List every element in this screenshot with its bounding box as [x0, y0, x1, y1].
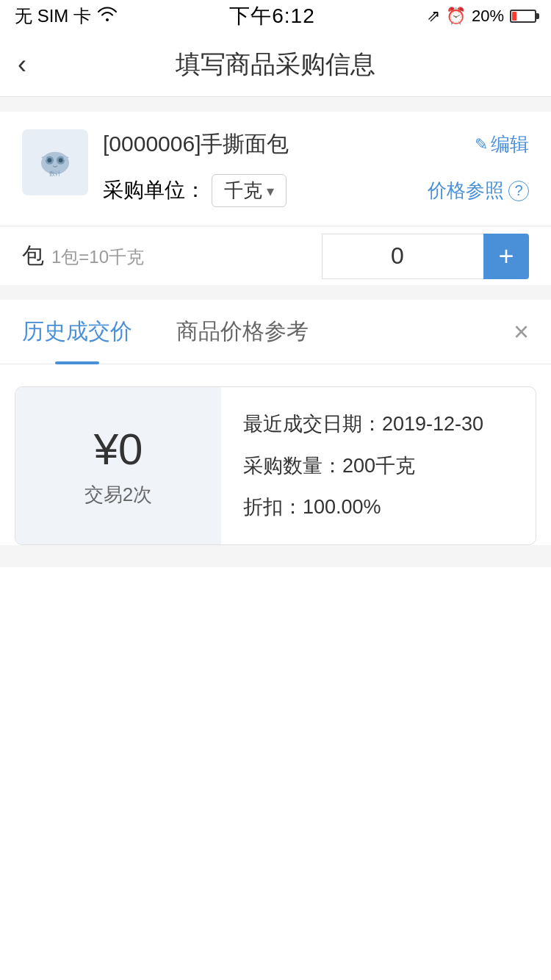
chevron-down-icon: ▾: [267, 182, 274, 200]
recent-date-label: 最近成交日期：: [243, 413, 382, 435]
qty-plus-button[interactable]: +: [483, 234, 529, 279]
battery-percent: 20%: [472, 7, 504, 26]
back-button[interactable]: ‹: [18, 49, 26, 80]
bottom-space: [0, 567, 551, 981]
tabs-nav: 历史成交价 商品价格参考: [22, 300, 309, 364]
svg-point-3: [48, 158, 52, 162]
recent-date-value: 2019-12-30: [382, 413, 483, 435]
price-value: 0: [118, 425, 143, 474]
tab-price-reference[interactable]: 商品价格参考: [176, 300, 309, 364]
edit-label: 编辑: [491, 131, 529, 157]
status-time: 下午6:12: [229, 2, 315, 30]
tab-close-button[interactable]: ×: [514, 319, 529, 345]
help-icon: ?: [508, 181, 529, 201]
discount-value: 100.00%: [303, 496, 381, 518]
history-card-right: 最近成交日期：2019-12-30 采购数量：200千克 折扣：100.00%: [221, 387, 536, 544]
qty-detail-value: 200千克: [342, 455, 415, 477]
product-name: [0000006]手撕面包: [103, 129, 289, 159]
qty-input[interactable]: [322, 234, 483, 279]
product-title-row: [0000006]手撕面包 ✎ 编辑: [103, 129, 529, 159]
tabs-header: 历史成交价 商品价格参考 ×: [0, 300, 551, 364]
unit-label-group: 采购单位： 千克 ▾: [103, 174, 287, 207]
history-price: ¥0: [94, 424, 143, 475]
gps-icon: ⇗: [427, 7, 440, 26]
history-qty-row: 采购数量：200千克: [243, 451, 514, 481]
product-logo: 数计: [37, 148, 73, 177]
tab-history-price[interactable]: 历史成交价: [22, 300, 132, 364]
history-discount-row: 折扣：100.00%: [243, 492, 514, 522]
qty-unit: 包: [22, 241, 44, 271]
status-left: 无 SIM 卡: [15, 4, 118, 28]
edit-icon: ✎: [475, 135, 488, 154]
wifi-icon: [97, 6, 118, 26]
nav-bar: ‹ 填写商品采购信息: [0, 32, 551, 97]
status-right: ⇗ ⏰ 20%: [427, 7, 536, 26]
qty-detail-label: 采购数量：: [243, 455, 342, 477]
product-card: 数计 [0000006]手撕面包 ✎ 编辑 采购单位： 千克 ▾: [0, 112, 551, 225]
status-bar: 无 SIM 卡 下午6:12 ⇗ ⏰ 20%: [0, 0, 551, 32]
unit-value: 千克: [224, 178, 262, 203]
product-thumbnail: 数计: [22, 129, 88, 195]
tabs-section: 历史成交价 商品价格参考 × ¥0 交易2次 最近成交日期：2019-12-30…: [0, 300, 551, 545]
history-trade-count: 交易2次: [84, 482, 152, 508]
price-ref-label: 价格参照: [428, 178, 504, 203]
history-card-left: ¥0 交易2次: [15, 387, 221, 544]
unit-select[interactable]: 千克 ▾: [212, 174, 287, 207]
qty-label-group: 包 1包=10千克: [22, 241, 144, 271]
edit-button[interactable]: ✎ 编辑: [475, 131, 529, 157]
alarm-icon: ⏰: [446, 7, 466, 26]
page-title: 填写商品采购信息: [176, 48, 375, 82]
price-ref-button[interactable]: 价格参照 ?: [428, 178, 529, 203]
history-recent-date-row: 最近成交日期：2019-12-30: [243, 409, 514, 439]
quantity-section: 包 1包=10千克 +: [0, 226, 551, 285]
svg-point-4: [59, 158, 63, 162]
battery-icon: [510, 10, 536, 23]
carrier-label: 无 SIM 卡: [15, 4, 91, 28]
price-symbol: ¥: [94, 425, 118, 474]
product-header: 数计 [0000006]手撕面包 ✎ 编辑 采购单位： 千克 ▾: [22, 129, 529, 207]
history-price-card: ¥0 交易2次 最近成交日期：2019-12-30 采购数量：200千克 折扣：…: [15, 386, 536, 545]
svg-text:数计: 数计: [49, 170, 61, 177]
product-info: [0000006]手撕面包 ✎ 编辑 采购单位： 千克 ▾ 价格参照 ?: [103, 129, 529, 207]
product-unit-row: 采购单位： 千克 ▾ 价格参照 ?: [103, 174, 529, 207]
qty-conversion: 1包=10千克: [51, 245, 144, 269]
qty-input-group: +: [322, 234, 529, 279]
unit-label: 采购单位：: [103, 179, 206, 201]
discount-label: 折扣：: [243, 496, 303, 518]
